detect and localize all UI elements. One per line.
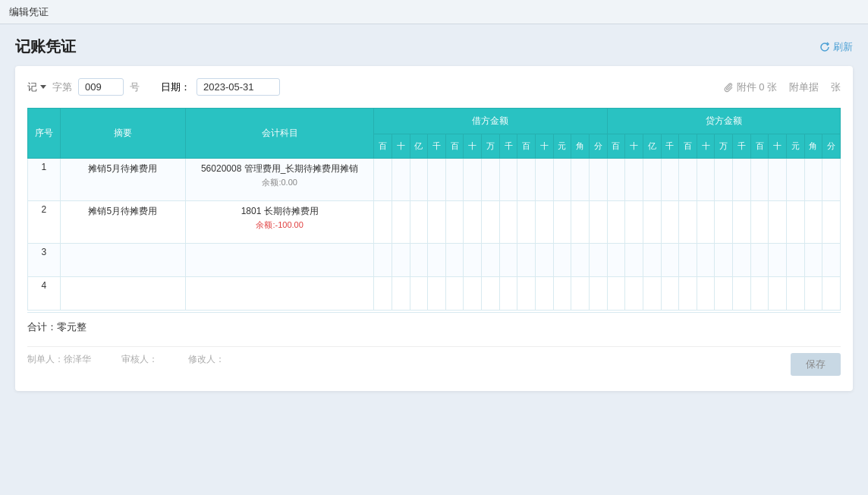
row-3-credit-6[interactable] <box>715 277 733 311</box>
row-2-debit-7[interactable] <box>499 244 517 277</box>
row-1-credit-10[interactable] <box>787 201 805 244</box>
row-0-debit-6[interactable] <box>482 159 500 201</box>
row-2-credit-8[interactable] <box>750 244 769 277</box>
row-account-3[interactable] <box>186 277 374 311</box>
row-summary-3[interactable] <box>60 277 185 311</box>
row-3-debit-4[interactable] <box>445 277 464 311</box>
row-0-credit-1[interactable] <box>625 159 643 201</box>
row-3-credit-0[interactable] <box>607 277 625 311</box>
row-3-debit-7[interactable] <box>499 277 517 311</box>
row-2-credit-7[interactable] <box>733 244 751 277</box>
row-2-debit-6[interactable] <box>482 244 500 277</box>
row-2-credit-0[interactable] <box>607 244 625 277</box>
row-3-credit-5[interactable] <box>697 277 715 311</box>
row-0-debit-5[interactable] <box>464 159 482 201</box>
row-0-debit-0[interactable] <box>374 159 392 201</box>
row-2-debit-5[interactable] <box>464 244 482 277</box>
row-1-credit-3[interactable] <box>661 201 679 244</box>
row-1-credit-5[interactable] <box>697 201 715 244</box>
row-1-credit-2[interactable] <box>643 201 661 244</box>
row-1-credit-9[interactable] <box>769 201 787 244</box>
row-0-debit-11[interactable] <box>571 159 590 201</box>
row-2-debit-8[interactable] <box>517 244 536 277</box>
row-summary-1[interactable]: 摊销5月待摊费用 <box>60 201 185 244</box>
row-3-debit-3[interactable] <box>428 277 446 311</box>
row-account-1[interactable]: 1801 长期待摊费用余额:-100.00 <box>186 201 374 244</box>
row-2-credit-6[interactable] <box>715 244 733 277</box>
table-row[interactable]: 1摊销5月待摊费用56020008 管理费用_长期待摊费用摊销余额:0.00 <box>28 159 841 201</box>
row-0-debit-2[interactable] <box>410 159 428 201</box>
row-2-debit-12[interactable] <box>589 244 607 277</box>
row-0-credit-11[interactable] <box>804 159 822 201</box>
row-3-debit-8[interactable] <box>517 277 536 311</box>
row-3-credit-1[interactable] <box>625 277 643 311</box>
table-row[interactable]: 3 <box>28 244 841 277</box>
row-1-debit-9[interactable] <box>536 201 554 244</box>
row-1-debit-12[interactable] <box>589 201 607 244</box>
row-3-debit-10[interactable] <box>553 277 571 311</box>
row-2-debit-0[interactable] <box>374 244 392 277</box>
row-0-credit-8[interactable] <box>750 159 769 201</box>
table-row[interactable]: 2摊销5月待摊费用1801 长期待摊费用余额:-100.00 <box>28 201 841 244</box>
row-2-credit-3[interactable] <box>661 244 679 277</box>
row-1-credit-7[interactable] <box>733 201 751 244</box>
row-2-debit-1[interactable] <box>392 244 410 277</box>
row-1-debit-0[interactable] <box>374 201 392 244</box>
row-3-debit-2[interactable] <box>410 277 428 311</box>
row-2-debit-10[interactable] <box>553 244 571 277</box>
row-1-credit-11[interactable] <box>804 201 822 244</box>
row-0-credit-3[interactable] <box>661 159 679 201</box>
attach-link[interactable]: 附件 0 张 <box>724 80 777 94</box>
row-3-credit-7[interactable] <box>733 277 751 311</box>
row-2-credit-4[interactable] <box>679 244 697 277</box>
row-1-credit-8[interactable] <box>750 201 769 244</box>
row-0-credit-4[interactable] <box>679 159 697 201</box>
row-1-debit-6[interactable] <box>482 201 500 244</box>
row-2-debit-4[interactable] <box>445 244 464 277</box>
row-1-debit-10[interactable] <box>553 201 571 244</box>
row-0-debit-12[interactable] <box>589 159 607 201</box>
row-1-credit-1[interactable] <box>625 201 643 244</box>
row-0-debit-1[interactable] <box>392 159 410 201</box>
row-0-debit-8[interactable] <box>517 159 536 201</box>
row-0-credit-5[interactable] <box>697 159 715 201</box>
row-summary-0[interactable]: 摊销5月待摊费用 <box>60 159 185 201</box>
row-2-credit-12[interactable] <box>822 244 841 277</box>
date-input[interactable] <box>197 78 280 96</box>
save-button[interactable]: 保存 <box>791 353 841 376</box>
refresh-button[interactable]: 刷新 <box>819 40 853 54</box>
row-2-credit-10[interactable] <box>787 244 805 277</box>
row-1-credit-6[interactable] <box>715 201 733 244</box>
row-1-debit-5[interactable] <box>464 201 482 244</box>
row-0-credit-9[interactable] <box>769 159 787 201</box>
row-0-credit-2[interactable] <box>643 159 661 201</box>
row-3-credit-12[interactable] <box>822 277 841 311</box>
row-2-credit-11[interactable] <box>804 244 822 277</box>
row-3-debit-0[interactable] <box>374 277 392 311</box>
row-1-debit-7[interactable] <box>499 201 517 244</box>
row-3-credit-9[interactable] <box>769 277 787 311</box>
row-0-credit-6[interactable] <box>715 159 733 201</box>
row-1-credit-0[interactable] <box>607 201 625 244</box>
attach-single-label[interactable]: 附单据 <box>789 80 819 94</box>
row-1-debit-2[interactable] <box>410 201 428 244</box>
row-1-credit-4[interactable] <box>679 201 697 244</box>
row-0-credit-12[interactable] <box>822 159 841 201</box>
row-0-debit-3[interactable] <box>428 159 446 201</box>
row-1-debit-8[interactable] <box>517 201 536 244</box>
row-3-credit-2[interactable] <box>643 277 661 311</box>
row-2-credit-1[interactable] <box>625 244 643 277</box>
row-2-debit-9[interactable] <box>536 244 554 277</box>
row-account-0[interactable]: 56020008 管理费用_长期待摊费用摊销余额:0.00 <box>186 159 374 201</box>
voucher-type-dropdown[interactable]: 记 <box>27 80 46 94</box>
row-account-2[interactable] <box>186 244 374 277</box>
row-0-credit-10[interactable] <box>787 159 805 201</box>
row-1-debit-3[interactable] <box>428 201 446 244</box>
row-3-debit-9[interactable] <box>536 277 554 311</box>
row-3-debit-5[interactable] <box>464 277 482 311</box>
row-2-debit-11[interactable] <box>571 244 590 277</box>
row-0-debit-4[interactable] <box>445 159 464 201</box>
row-3-credit-4[interactable] <box>679 277 697 311</box>
row-1-debit-11[interactable] <box>571 201 590 244</box>
row-3-credit-10[interactable] <box>787 277 805 311</box>
